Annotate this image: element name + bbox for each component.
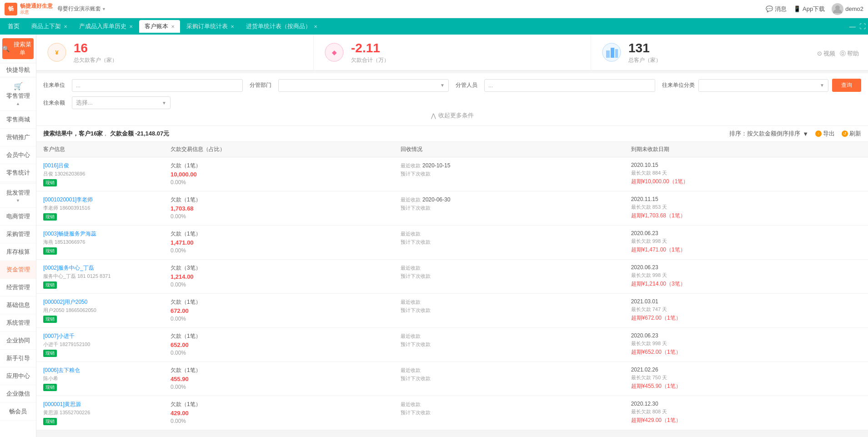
tab-customer-close[interactable]: ✕	[171, 24, 175, 29]
person-input[interactable]: ...	[484, 79, 655, 92]
overdue-days-5: 最长欠款 998 天	[631, 340, 861, 347]
customer-info-2: [0003]畅捷服务尹海蕊 海燕 18513066976 现销	[43, 230, 171, 255]
tab-purchase-label: 采购订单统计表	[186, 22, 228, 30]
app-download-label: App下载	[803, 5, 825, 13]
sidebar-item-retail-mgmt[interactable]: 🛒 零售管理 ▲	[0, 77, 36, 111]
overdue-link-1[interactable]: 超期¥1,703.68（1笔）	[631, 212, 861, 220]
inventory-label: 库存核算	[6, 248, 30, 256]
debt-amount-2[interactable]: 1,471.00	[171, 239, 401, 246]
sidebar-item-batch-mgmt[interactable]: 批发管理 ▼	[0, 184, 36, 208]
view-video-btn[interactable]: ⊙ 视频	[817, 50, 835, 58]
customer-name-2[interactable]: [0003]畅捷服务尹海蕊	[43, 230, 171, 238]
customer-name-6[interactable]: [0006]去下粮仓	[43, 367, 171, 374]
results-bar: 搜索结果中，客户16家， 欠款金额 -21,148.07元 排序：按欠款金额倒序…	[36, 126, 868, 142]
sidebar-item-finance[interactable]: 资金管理	[0, 261, 36, 279]
sidebar-item-newbie[interactable]: 新手引导	[0, 350, 36, 367]
system-label: 系统管理	[6, 319, 30, 327]
last-collection-label-0: 最近收款	[401, 163, 421, 168]
tab-customer[interactable]: 客户账本 ✕	[139, 20, 180, 33]
last-collection-label-6: 最近收款	[401, 367, 421, 373]
help-btn[interactable]: ⓪ 帮助	[840, 50, 859, 58]
th-collection: 回收情况	[401, 146, 631, 153]
sidebar-item-inventory[interactable]: 库存核算	[0, 243, 36, 261]
overdue-link-3[interactable]: 超期¥1,214.00（3笔）	[631, 280, 861, 288]
user-area[interactable]: demo2	[832, 3, 863, 15]
sidebar-quick-nav[interactable]: 快捷导航	[0, 63, 36, 77]
retail-mgmt-icon: 🛒	[14, 82, 23, 90]
next-collection-7: 预计下次收款	[401, 409, 631, 416]
due-date-6: 2021.02.26	[631, 367, 861, 373]
overdue-link-2[interactable]: 超期¥1,471.00（1笔）	[631, 246, 861, 254]
app-download-btn[interactable]: 📱 App下载	[793, 5, 825, 13]
sidebar-item-enterprise[interactable]: 企业协同	[0, 332, 36, 350]
customer-name-1[interactable]: [0001020001]李老师	[43, 196, 171, 204]
unit-category-select[interactable]: ▼	[698, 79, 829, 92]
sidebar-item-retail-stats[interactable]: 零售统计	[0, 164, 36, 182]
sidebar-item-purchase-mgmt[interactable]: 采购管理	[0, 226, 36, 243]
message-btn[interactable]: 💬 消息	[766, 5, 787, 13]
overdue-link-5[interactable]: 超期¥652.00（1笔）	[631, 348, 861, 356]
sidebar-item-vip[interactable]: 畅会员	[0, 403, 36, 421]
debt-info-4: 欠款（1笔） 672.00 0.00%	[171, 298, 401, 322]
tab-home[interactable]: 首页	[2, 20, 25, 33]
customer-name-4[interactable]: [000002]用户2050	[43, 298, 171, 306]
overdue-info-1: 2020.11.15 最长欠款 853 天 超期¥1,703.68（1笔）	[631, 196, 861, 220]
tab-purchase-close[interactable]: ✕	[231, 24, 234, 29]
customer-name-3[interactable]: [0002]服务中心_丁磊	[43, 264, 171, 272]
customer-phone-5: 小进千 18279152100	[43, 341, 171, 348]
customer-tag-2: 现销	[43, 247, 57, 255]
sidebar-item-app-center[interactable]: 应用中心	[0, 367, 36, 385]
sidebar-item-marketing[interactable]: 营销推广	[0, 129, 36, 146]
tab-products[interactable]: 商品上下架 ✕	[26, 20, 73, 33]
refresh-btn[interactable]: ↺ 刷新	[842, 130, 861, 138]
overdue-link-6[interactable]: 超期¥455.90（1笔）	[631, 382, 861, 390]
tab-production-close[interactable]: ✕	[129, 24, 133, 29]
debt-amount-7[interactable]: 429.00	[171, 410, 401, 417]
customer-tag-3: 现销	[43, 281, 57, 289]
overdue-link-0[interactable]: 超期¥10,000.00（1笔）	[631, 178, 861, 186]
tab-incoming[interactable]: 进货单统计表（按商品） ✕	[241, 20, 323, 33]
results-amount-value: -21,148.07元	[135, 130, 169, 137]
sidebar-item-enterprise-wx[interactable]: 企业微信	[0, 385, 36, 403]
next-collection-3: 预计下次收款	[401, 273, 631, 280]
debt-amount-0[interactable]: 10,000.00	[171, 171, 401, 178]
sidebar-item-members[interactable]: 会员中心	[0, 146, 36, 164]
tab-products-close[interactable]: ✕	[64, 24, 67, 29]
tab-maximize-btn[interactable]: ⛶	[859, 23, 866, 30]
tab-production[interactable]: 产成品入库单历史 ✕	[74, 20, 138, 33]
debt-amount-3[interactable]: 1,214.00	[171, 273, 401, 280]
tab-incoming-label: 进货单统计表（按商品）	[246, 22, 311, 30]
tab-purchase[interactable]: 采购订单统计表 ✕	[181, 20, 240, 33]
filter-from-unit: 往来单位 ...	[43, 79, 243, 92]
debt-amount-5[interactable]: 652.00	[171, 342, 401, 348]
debt-amount-6[interactable]: 455.90	[171, 376, 401, 382]
sidebar-item-basic-info[interactable]: 基础信息	[0, 296, 36, 314]
collapse-btn[interactable]: ⋀ 收起更多条件	[43, 109, 861, 122]
sidebar-item-ecom-mgmt[interactable]: 电商管理	[0, 208, 36, 226]
sidebar-item-retail-mall[interactable]: 零售商城	[0, 111, 36, 129]
customer-name-0[interactable]: [0016]吕俊	[43, 162, 171, 170]
debt-amount-4[interactable]: 672.00	[171, 307, 401, 314]
query-btn[interactable]: 查询	[832, 79, 861, 92]
sort-selector[interactable]: 排序：按欠款金额倒序排序 ▼	[729, 130, 808, 138]
search-menu-btn[interactable]: 🔍 搜索菜单	[2, 38, 34, 59]
debt-amount-1[interactable]: 1,703.68	[171, 205, 401, 212]
dept-select[interactable]: ▼	[278, 79, 449, 92]
sidebar-item-ops-mgmt[interactable]: 经营管理	[0, 279, 36, 296]
customer-name-5[interactable]: [0007]小进千	[43, 332, 171, 340]
customer-name-7[interactable]: [000001]黄思源	[43, 401, 171, 408]
overdue-link-4[interactable]: 超期¥672.00（1笔）	[631, 314, 861, 322]
tab-minimize-btn[interactable]: —	[849, 23, 856, 30]
debt-customers-icon: ¥	[45, 41, 68, 64]
sidebar-item-system[interactable]: 系统管理	[0, 314, 36, 332]
tab-production-label: 产成品入库单历史	[79, 22, 126, 30]
tab-incoming-close[interactable]: ✕	[314, 24, 317, 29]
overdue-link-7[interactable]: 超期¥429.00（1笔）	[631, 417, 861, 424]
export-btn[interactable]: ↑ 导出	[815, 130, 835, 138]
balance-select[interactable]: 选择... ▼	[72, 96, 171, 109]
total-customers-value: 131	[628, 41, 661, 55]
customer-phone-0: 吕俊 13026203696	[43, 171, 171, 177]
debt-info-2: 欠款（1笔） 1,471.00 0.00%	[171, 230, 401, 254]
company-selector[interactable]: 母婴行业演示账套	[57, 5, 106, 13]
from-unit-input[interactable]: ...	[72, 79, 243, 92]
